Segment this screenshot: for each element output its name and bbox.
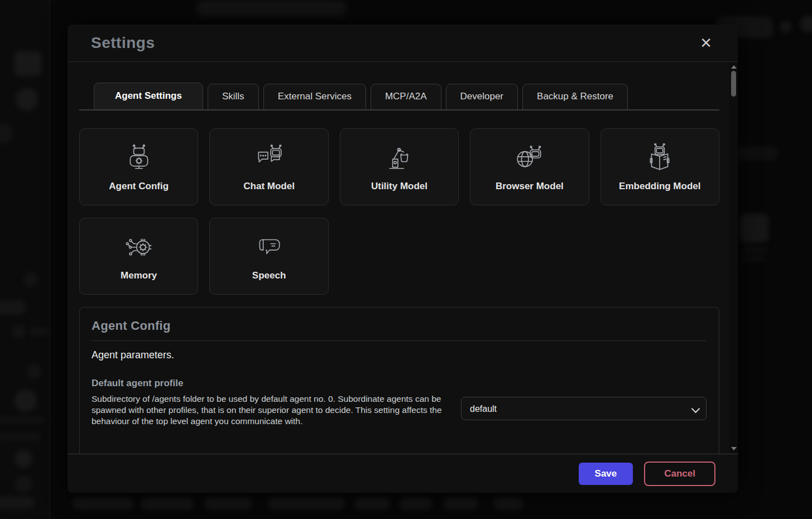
background-blur-button: [141, 497, 194, 510]
field-description: Subdirectory of /agents folder to be use…: [92, 393, 453, 427]
background-blur-button: [493, 497, 523, 510]
background-blur-icon: [780, 21, 791, 32]
background-blur-icon: [15, 475, 32, 493]
profile-select-wrap: default: [461, 397, 707, 420]
background-blur-item: [742, 247, 768, 253]
background-blur-item: [0, 300, 26, 315]
background-blur-icon: [15, 450, 32, 468]
modal-header: Settings ✕: [68, 25, 738, 62]
field-label: Default agent profile: [92, 378, 453, 389]
card-label: Chat Model: [243, 181, 295, 192]
background-blur-item: [29, 327, 50, 336]
utility-model-icon: [383, 142, 415, 174]
field-default-agent-profile: Default agent profile Subdirectory of /a…: [92, 378, 707, 427]
section-divider: [92, 340, 707, 341]
background-blur-button: [444, 497, 478, 510]
card-label: Agent Config: [109, 181, 169, 192]
scrollbar-thumb[interactable]: [731, 71, 736, 97]
card-label: Utility Model: [371, 181, 427, 192]
card-embedding-model[interactable]: Embedding Model: [600, 128, 719, 205]
background-blur-button: [204, 497, 252, 510]
memory-icon: [123, 231, 155, 263]
close-icon[interactable]: ✕: [696, 35, 715, 51]
background-blur-icon: [14, 51, 42, 76]
scrollbar-up-arrow-icon[interactable]: [731, 65, 737, 69]
card-speech[interactable]: Speech: [209, 218, 328, 295]
default-agent-profile-select[interactable]: default: [461, 397, 707, 420]
background-blur-item: [0, 416, 45, 424]
background-blur-icon: [23, 272, 38, 287]
card-utility-model[interactable]: Utility Model: [340, 128, 459, 205]
card-label: Speech: [252, 270, 286, 281]
card-memory[interactable]: Memory: [79, 218, 198, 295]
background-blur-icon: [0, 124, 12, 143]
tab-agent-settings[interactable]: Agent Settings: [94, 83, 203, 109]
background-blur-icon: [12, 325, 26, 338]
background-blur-icon: [16, 88, 38, 110]
card-agent-config[interactable]: Agent Config: [79, 128, 198, 205]
card-browser-model[interactable]: Browser Model: [470, 128, 589, 205]
background-blur-button: [73, 497, 134, 510]
background-blur-icon: [800, 16, 812, 32]
tab-skills[interactable]: Skills: [208, 84, 259, 109]
section-title: Agent Config: [92, 319, 707, 333]
background-blur-button: [268, 497, 345, 510]
modal-title: Settings: [91, 34, 155, 52]
agent-config-icon: [123, 142, 155, 174]
chat-model-icon: [253, 142, 285, 174]
background-sidebar: [0, 0, 50, 519]
save-button[interactable]: Save: [579, 463, 633, 485]
background-blur-icon: [15, 390, 37, 412]
settings-tab-bar: Agent Settings Skills External Services …: [79, 83, 719, 110]
background-blur-item: [0, 497, 35, 509]
tab-mcp-a2a[interactable]: MCP/A2A: [371, 84, 441, 109]
speech-icon: [253, 231, 285, 263]
settings-card-grid: Agent Config Chat: [79, 128, 719, 295]
cancel-button[interactable]: Cancel: [644, 462, 715, 486]
browser-model-icon: [513, 142, 546, 174]
card-label: Memory: [121, 270, 157, 281]
tab-backup-restore[interactable]: Backup & Restore: [522, 84, 628, 109]
modal-scroll-area: Agent Settings Skills External Services …: [68, 62, 729, 454]
card-label: Embedding Model: [619, 181, 700, 192]
background-blur-button: [400, 497, 432, 510]
field-control: default: [453, 378, 707, 420]
embedding-model-icon: [643, 142, 676, 174]
tab-developer[interactable]: Developer: [446, 84, 518, 109]
field-text: Default agent profile Subdirectory of /a…: [92, 378, 453, 427]
modal-body: Agent Settings Skills External Services …: [68, 62, 738, 454]
background-blur-icon: [739, 214, 768, 243]
card-chat-model[interactable]: Chat Model: [209, 128, 328, 205]
background-blur-button: [354, 497, 390, 510]
scrollbar-down-arrow-icon[interactable]: [731, 447, 737, 450]
card-label: Browser Model: [496, 181, 564, 192]
background-blur-icon: [27, 364, 41, 378]
background-blur-item: [0, 433, 41, 440]
tab-external-services[interactable]: External Services: [263, 84, 366, 109]
background-blur-item: [742, 256, 765, 261]
agent-config-section: Agent Config Agent parameters. Default a…: [79, 307, 719, 454]
modal-scrollbar[interactable]: [729, 63, 738, 453]
modal-footer: Save Cancel: [68, 454, 738, 493]
section-description: Agent parameters.: [92, 349, 707, 361]
background-blur-message: [196, 0, 346, 17]
settings-modal: Settings ✕ Agent Settings Skills Externa…: [68, 25, 738, 493]
